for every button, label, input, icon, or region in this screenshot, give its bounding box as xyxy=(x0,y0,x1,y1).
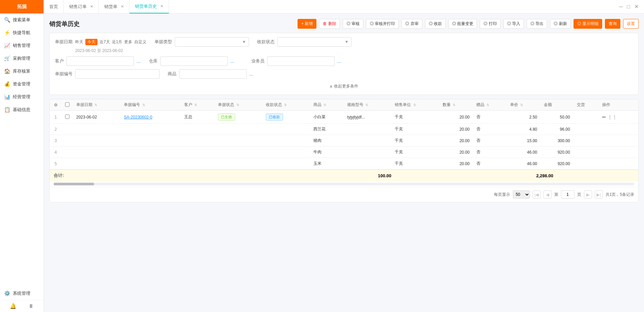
date-option-yesterday[interactable]: 昨天 xyxy=(75,39,83,45)
tab-close-sales-delivery[interactable]: ✕ xyxy=(121,4,124,9)
sidebar-item-purchase[interactable]: 🛒 采购管理 xyxy=(0,52,44,65)
tab-close-sales-history[interactable]: ✕ xyxy=(160,4,163,8)
scroll-thumb[interactable] xyxy=(54,183,94,185)
tab-close-sales-order[interactable]: ✕ xyxy=(90,4,93,9)
table-settings-icon[interactable]: ⚙ xyxy=(54,103,58,107)
sidebar-item-finance[interactable]: 💰 资金管理 xyxy=(0,78,44,90)
close-btn[interactable]: ✕ xyxy=(634,3,639,10)
customer-input[interactable] xyxy=(66,56,134,66)
sidebar-item-quick-nav[interactable]: ⚡ 快捷导航 xyxy=(0,26,44,39)
delete-button[interactable]: 🗑 删除 xyxy=(319,19,340,29)
query-button[interactable]: 查询 xyxy=(605,19,620,29)
cell-checkbox[interactable] xyxy=(62,111,73,124)
tab-sales-delivery[interactable]: 销货单 ✕ xyxy=(99,0,130,14)
doc-type-select[interactable]: ▼ xyxy=(175,37,249,47)
cell-unitprice: 4.80 xyxy=(507,124,540,135)
date-option-custom[interactable]: 自定义 xyxy=(134,39,146,45)
cell-paymentstatus xyxy=(262,135,310,147)
per-page-select[interactable]: 50 100 200 xyxy=(513,190,530,199)
select-all-checkbox[interactable] xyxy=(65,102,69,107)
sidebar-item-operations[interactable]: 📊 经营管理 xyxy=(0,90,44,103)
display-button[interactable]: ◎ 显示明细 xyxy=(573,19,602,29)
cell-checkbox[interactable] xyxy=(62,147,73,158)
salesperson-input[interactable] xyxy=(267,56,335,66)
discard-button[interactable]: ◎ 弃审 xyxy=(401,19,422,29)
sidebar-item-label: 销售管理 xyxy=(13,43,30,49)
sidebar-item-sales[interactable]: 📈 销售管理 xyxy=(0,39,44,52)
settings-button[interactable]: 设置 xyxy=(623,19,639,29)
sidebar-bottom-icon2[interactable]: ⏸ xyxy=(28,303,34,309)
batch-change-button[interactable]: ◎ 批量变更 xyxy=(448,19,477,29)
search-menu-icon: 🔍 xyxy=(4,17,10,23)
collapse-btn[interactable]: ∧ 收起更多条件 xyxy=(55,82,633,90)
col-qty[interactable]: 数量 ⇅ xyxy=(439,99,473,111)
cell-checkbox[interactable] xyxy=(62,124,73,135)
sidebar-item-inventory[interactable]: 🏠 库存核算 xyxy=(0,65,44,78)
tab-sales-history[interactable]: 销货单历史 ✕ xyxy=(130,0,169,14)
minimize-btn[interactable]: ─ xyxy=(619,4,623,10)
edit-action-icon[interactable]: ✏ xyxy=(602,114,606,120)
col-date[interactable]: 单据日期 ⇅ xyxy=(73,99,120,111)
warehouse-input[interactable] xyxy=(160,56,228,66)
last-page-btn[interactable]: ▶| xyxy=(595,190,603,199)
import-button[interactable]: ◎ 导入 xyxy=(503,19,524,29)
date-option-today[interactable]: 今天 xyxy=(85,39,97,45)
audit-print-button[interactable]: ◎ 审核并打印 xyxy=(366,19,399,29)
col-payment-status[interactable]: 收款状态 ⇅ xyxy=(262,99,310,111)
tab-sales-order[interactable]: 销售订单 ✕ xyxy=(64,0,99,14)
date-option-7days[interactable]: 近7天 xyxy=(100,39,110,45)
next-page-btn[interactable]: ▶ xyxy=(584,190,592,199)
col-checkbox[interactable] xyxy=(62,99,73,111)
goods-input[interactable] xyxy=(179,69,247,79)
tab-bar: 首页 销售订单 ✕ 销货单 ✕ 销货单历史 ✕ ─ □ ✕ xyxy=(44,0,644,14)
cell-checkbox[interactable] xyxy=(62,158,73,170)
customer-dots[interactable]: ... xyxy=(137,58,141,64)
cell-docno xyxy=(120,124,181,135)
col-unit[interactable]: 销售单位 ⇅ xyxy=(391,99,439,111)
cell-customer: 王总 xyxy=(181,111,215,124)
payment-status-select[interactable]: ▼ xyxy=(277,37,352,47)
sidebar-bottom-icon1[interactable]: 🔔 xyxy=(10,303,17,309)
col-doc-no[interactable]: 单据编号 ⇅ xyxy=(120,99,181,111)
cell-amount: 50.00 xyxy=(540,111,573,124)
col-gift[interactable]: 赠品 ⇅ xyxy=(473,99,507,111)
col-unit-price[interactable]: 单价 ⇅ xyxy=(507,99,540,111)
sidebar-item-basic-info[interactable]: 📋 基础信息 xyxy=(0,103,44,116)
audit-button[interactable]: ◎ 审核 xyxy=(343,19,363,29)
new-button[interactable]: + 新增 xyxy=(298,19,316,29)
date-option-1month[interactable]: 近1月 xyxy=(112,39,122,45)
goods-dots[interactable]: ... xyxy=(249,71,253,77)
col-spec[interactable]: 规格型号 ⇅ xyxy=(344,99,391,111)
cell-checkbox[interactable] xyxy=(62,135,73,147)
col-customer[interactable]: 客户 ⇅ xyxy=(181,99,215,111)
page-input[interactable] xyxy=(561,190,575,199)
sidebar-item-sys-mgmt[interactable]: ⚙️ 系统管理 xyxy=(0,287,44,300)
sidebar-item-label: 采购管理 xyxy=(13,55,30,61)
warehouse-dots[interactable]: ... xyxy=(230,58,234,64)
sidebar-item-search-menu[interactable]: 🔍 搜索菜单 xyxy=(0,14,44,26)
horizontal-scrollbar[interactable] xyxy=(54,183,634,185)
salesperson-dots[interactable]: ... xyxy=(337,58,341,64)
collect-button[interactable]: ◎ 收款 xyxy=(425,19,446,29)
export-button[interactable]: ◎ 导出 xyxy=(527,19,547,29)
cell-unit: 千克 xyxy=(391,111,439,124)
cell-customer xyxy=(181,124,215,135)
cell-goods: 猪肉 xyxy=(310,135,344,147)
sidebar-item-label: 搜索菜单 xyxy=(13,17,30,23)
col-goods[interactable]: 商品 ⇅ xyxy=(310,99,344,111)
date-option-more[interactable]: 更多 xyxy=(124,39,132,45)
footer-total-qty: 100.00 xyxy=(364,173,391,178)
maximize-btn[interactable]: □ xyxy=(627,4,630,10)
tab-home[interactable]: 首页 xyxy=(44,0,64,14)
refresh-button[interactable]: ◎ 刷新 xyxy=(550,19,570,29)
doc-no-input[interactable] xyxy=(75,69,160,79)
prev-page-btn[interactable]: ◀ xyxy=(543,190,552,199)
print-button[interactable]: ◎ 打印 xyxy=(480,19,500,29)
col-settings[interactable]: ⚙ xyxy=(50,99,62,111)
col-doc-status[interactable]: 单据状态 ⇅ xyxy=(215,99,262,111)
sidebar-logo: 拓掘 xyxy=(0,0,44,14)
cell-gift: 否 xyxy=(473,147,507,158)
cell-docno xyxy=(120,135,181,147)
more-action-icon[interactable]: ⋮⋮ xyxy=(608,114,617,120)
first-page-btn[interactable]: |◀ xyxy=(533,190,541,199)
